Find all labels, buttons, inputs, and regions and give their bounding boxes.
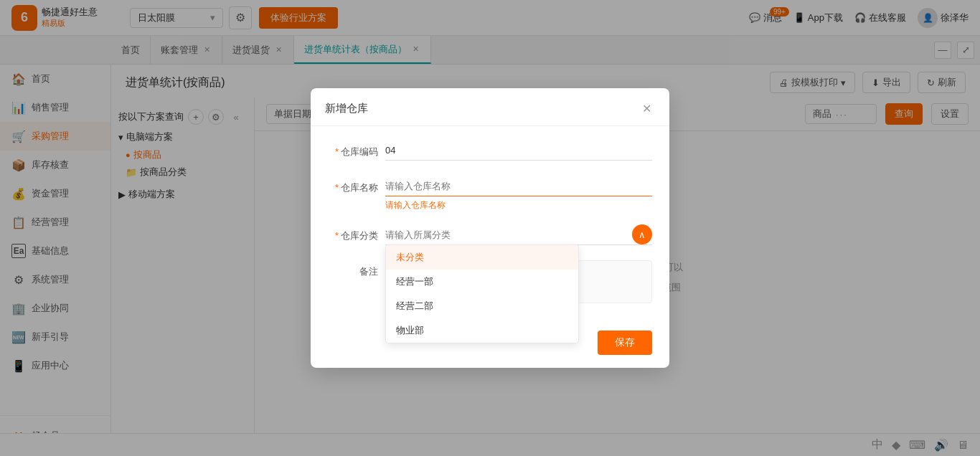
- category-control: ∧ 未分类 经营一部 经营二部 物业部: [385, 224, 652, 245]
- modal-header: 新增仓库 ✕: [311, 88, 669, 126]
- dropdown-unclassified[interactable]: 未分类: [386, 245, 578, 270]
- code-control: [385, 141, 652, 161]
- category-field-row: 仓库分类 ∧ 未分类 经营一部 经营二部 物业部: [328, 224, 652, 247]
- modal-title: 新增仓库: [325, 102, 368, 115]
- code-label: 仓库编码: [328, 141, 378, 163]
- dropdown-dept1[interactable]: 经营一部: [386, 270, 578, 294]
- new-warehouse-modal: 新增仓库 ✕ 仓库编码 仓库名称 请输入仓库名称 仓库分类: [311, 88, 669, 368]
- modal-body: 仓库编码 仓库名称 请输入仓库名称 仓库分类 ∧: [311, 126, 669, 323]
- remark-label: 备注: [328, 260, 378, 283]
- dropdown-dept2[interactable]: 经营二部: [386, 294, 578, 318]
- dropdown-property[interactable]: 物业部: [386, 318, 578, 343]
- category-arrow-button[interactable]: ∧: [632, 224, 652, 244]
- category-dropdown: 未分类 经营一部 经营二部 物业部: [385, 244, 579, 343]
- category-label: 仓库分类: [328, 224, 378, 247]
- name-field-row: 仓库名称 请输入仓库名称: [328, 176, 652, 212]
- code-field-row: 仓库编码: [328, 141, 652, 163]
- modal-close-button[interactable]: ✕: [638, 100, 655, 117]
- category-input[interactable]: [385, 225, 632, 244]
- code-input[interactable]: [385, 141, 652, 161]
- name-control: 请输入仓库名称: [385, 176, 652, 212]
- modal-overlay: 新增仓库 ✕ 仓库编码 仓库名称 请输入仓库名称 仓库分类: [0, 0, 980, 456]
- save-button[interactable]: 保存: [598, 331, 652, 355]
- name-error: 请输入仓库名称: [385, 199, 652, 212]
- name-input[interactable]: [385, 176, 652, 196]
- name-label: 仓库名称: [328, 176, 378, 199]
